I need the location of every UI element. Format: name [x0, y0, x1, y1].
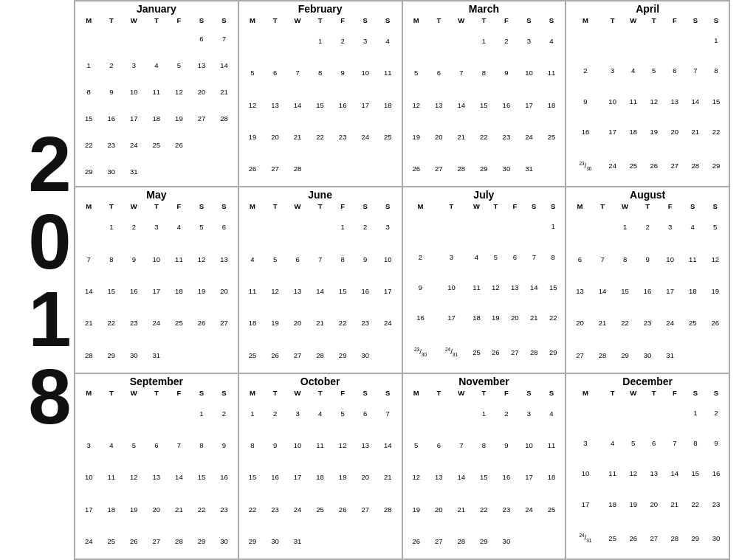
- calendar-cell: 2: [568, 55, 602, 86]
- calendar-cell: 21: [377, 461, 399, 493]
- calendar-cell: 24: [518, 493, 540, 525]
- calendar-cell: 23: [495, 493, 518, 525]
- calendar-table-january: MTWTFSS671234513148910111220211516171819…: [78, 15, 236, 184]
- day-header-T-1: T: [100, 15, 123, 25]
- calendar-cell: [286, 211, 309, 243]
- calendar-cell: 24/31: [568, 519, 602, 557]
- day-header-M-0: M: [78, 15, 100, 25]
- year-digit-0: 0: [28, 203, 71, 280]
- calendar-cell: 31: [145, 339, 168, 370]
- calendar-cell: 11: [623, 86, 644, 117]
- day-header-S-6: S: [377, 388, 399, 398]
- calendar-cell: 12: [264, 275, 286, 307]
- calendar-cell: [168, 158, 190, 184]
- calendar-cell: 21: [524, 303, 543, 333]
- calendar-cell: 28: [78, 339, 100, 370]
- day-header-T-1: T: [602, 388, 623, 398]
- calendar-cell: 19: [123, 493, 145, 525]
- day-header-T-1: T: [100, 388, 123, 398]
- calendar-cell: 14: [377, 429, 399, 461]
- calendar-cell: 8: [543, 242, 563, 272]
- calendar-cell: [168, 398, 190, 429]
- calendar-cell: [450, 25, 473, 57]
- calendar-cell: 29: [614, 339, 636, 370]
- calendar-cell: 30: [636, 339, 659, 370]
- calendar-cell: 17: [568, 489, 602, 519]
- calendar-cell: 10: [436, 272, 467, 303]
- calendar-cell: [664, 25, 685, 55]
- calendar-cell: 10: [602, 86, 623, 117]
- calendar-cell: 26: [168, 131, 190, 158]
- month-january: JanuaryMTWTFSS67123451314891011122021151…: [75, 1, 238, 187]
- calendar-cell: 23: [264, 493, 286, 525]
- calendar-cell: 12: [486, 272, 505, 303]
- calendar-cell: 3: [602, 55, 623, 86]
- calendar-cell: 13: [664, 86, 685, 117]
- calendar-cell: [78, 398, 100, 429]
- day-header-M-0: M: [78, 201, 100, 211]
- calendar-cell: 1: [685, 398, 706, 428]
- calendar-cell: 14: [591, 275, 614, 307]
- calendar-cell: 15: [241, 461, 264, 493]
- calendar-cell: 25: [100, 525, 123, 557]
- calendar-cell: 31: [286, 525, 309, 557]
- calendar-cell: 19: [190, 275, 213, 307]
- day-header-S-6: S: [706, 15, 726, 25]
- day-header-M-0: M: [568, 388, 602, 398]
- calendar-cell: 14: [524, 272, 543, 303]
- calendar-cell: 20: [427, 121, 450, 153]
- calendar-cell: 6: [145, 429, 168, 461]
- month-title-april: April: [568, 3, 726, 15]
- calendar-cell: 11: [100, 461, 123, 493]
- calendar-cell: 27: [427, 153, 450, 184]
- calendar-cell: 15: [706, 86, 726, 117]
- calendar-cell: 13: [427, 89, 450, 121]
- months-grid: JanuaryMTWTFSS67123451314891011122021151…: [74, 0, 730, 560]
- calendar-cell: 28: [309, 339, 331, 370]
- day-header-F-4: F: [505, 201, 524, 211]
- calendar-cell: 7: [524, 242, 543, 272]
- calendar-table-august: MTWTFSS123456789101112131415161718192021…: [568, 201, 726, 370]
- day-header-W-2: W: [286, 15, 309, 25]
- day-header-T-3: T: [145, 201, 168, 211]
- calendar-cell: 18: [540, 461, 563, 493]
- calendar-cell: 1: [190, 398, 213, 429]
- calendar-cell: 8: [241, 429, 264, 461]
- calendar-cell: 6: [568, 243, 591, 275]
- calendar-cell: [623, 25, 644, 55]
- calendar-cell: 26: [264, 339, 286, 370]
- calendar-cell: 23/30: [405, 333, 436, 371]
- calendar-table-may: MTWTFSS123456789101112131415161718192021…: [78, 201, 236, 370]
- calendar-cell: 23: [636, 307, 659, 339]
- calendar-cell: 9: [495, 429, 518, 461]
- calendar-cell: [427, 398, 450, 429]
- calendar-cell: 12: [331, 429, 354, 461]
- calendar-cell: 30: [354, 339, 377, 370]
- calendar-cell: 6: [427, 57, 450, 89]
- calendar-cell: 24: [659, 307, 681, 339]
- year-digit-1: 1: [28, 280, 71, 358]
- calendar-cell: 28: [450, 525, 473, 557]
- calendar-cell: 27: [213, 307, 236, 339]
- month-april: AprilMTWTFSS1234567891011121314151617181…: [566, 1, 729, 187]
- calendar-cell: 17: [145, 275, 168, 307]
- day-header-W-2: W: [123, 388, 145, 398]
- calendar-cell: 2: [636, 211, 659, 243]
- calendar-cell: 20: [145, 493, 168, 525]
- day-header-T-3: T: [309, 388, 331, 398]
- calendar-cell: 25: [309, 493, 331, 525]
- calendar-cell: [591, 211, 614, 243]
- calendar-cell: 16: [568, 117, 602, 147]
- day-header-S-5: S: [190, 201, 213, 211]
- calendar-cell: 6: [427, 429, 450, 461]
- month-title-march: March: [405, 3, 563, 15]
- calendar-cell: 2: [213, 398, 236, 429]
- calendar-cell: 23: [100, 131, 123, 158]
- calendar-cell: 22: [309, 121, 331, 153]
- calendar-cell: 31: [659, 339, 681, 370]
- calendar-cell: 30: [495, 153, 518, 184]
- calendar-cell: 15: [472, 461, 495, 493]
- day-header-W-2: W: [286, 388, 309, 398]
- calendar-cell: 22: [78, 131, 100, 158]
- calendar-cell: 28: [377, 493, 399, 525]
